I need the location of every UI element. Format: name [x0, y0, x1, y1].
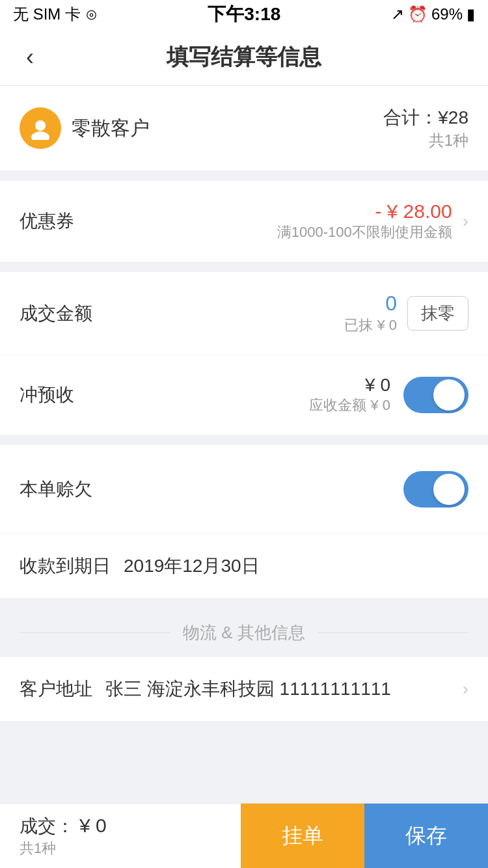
svg-point-1: [31, 131, 49, 140]
bottom-padding: [0, 731, 488, 807]
debt-toggle[interactable]: [403, 471, 468, 508]
customer-total-amount: 合计：¥28: [383, 105, 468, 130]
coupon-row[interactable]: 优惠券 - ¥ 28.00 满1000-100不限制使用金额 ›: [0, 181, 488, 262]
pre-amount-main: ¥ 0: [309, 375, 390, 396]
round-zero-button[interactable]: 抹零: [407, 296, 468, 331]
customer-section: 零散客户 合计：¥28 共1种: [0, 86, 488, 170]
coupon-amount: - ¥ 28.00: [277, 200, 452, 223]
pre-receive-row: 冲预收 ¥ 0 应收金额 ¥ 0: [0, 355, 488, 435]
already-rounded-text: 已抹 ¥ 0: [136, 316, 397, 335]
customer-name: 零散客户: [72, 115, 150, 142]
bottom-summary-count: 共1种: [20, 839, 221, 858]
hang-button[interactable]: 挂单: [241, 804, 364, 868]
coupon-right: - ¥ 28.00 满1000-100不限制使用金额 ›: [277, 200, 468, 242]
bottom-summary-title: 成交：: [20, 814, 74, 839]
transaction-amount-row: 成交金额 已抹 ¥ 0 抹零: [0, 272, 488, 355]
battery-icon: ▮: [467, 5, 475, 23]
bottom-summary-amount: ¥ 0: [79, 815, 107, 837]
status-bar-left: 无 SIM 卡 ⊙: [13, 4, 98, 25]
sim-status: 无 SIM 卡 ⊙: [13, 4, 98, 25]
pre-receive-toggle[interactable]: [403, 377, 468, 413]
status-bar-time: 下午3:18: [208, 2, 280, 27]
save-button[interactable]: 保存: [364, 804, 488, 868]
due-date-value: 2019年12月30日: [124, 554, 260, 578]
logistics-label: 物流 & 其他信息: [183, 621, 305, 644]
due-date-label: 收款到期日: [20, 554, 111, 578]
divider-line-left: [20, 632, 170, 633]
address-section[interactable]: 客户地址 张三 海淀永丰科技园 11111111111 ›: [0, 657, 488, 721]
battery-text: 69%: [431, 5, 463, 23]
pre-receive-amounts: ¥ 0 应收金额 ¥ 0: [309, 375, 390, 415]
address-row[interactable]: 客户地址 张三 海淀永丰科技园 11111111111 ›: [0, 657, 488, 721]
address-value: 张三 海淀永丰科技园 11111111111: [105, 677, 463, 701]
bottom-bar: 成交： ¥ 0 共1种 挂单 保存: [0, 803, 488, 868]
status-bar-right: ↗ ⏰ 69% ▮: [391, 5, 475, 23]
customer-count: 共1种: [383, 130, 468, 151]
pre-receive-right: ¥ 0 应收金额 ¥ 0: [309, 375, 468, 415]
back-button[interactable]: ‹: [20, 37, 40, 77]
coupon-info: - ¥ 28.00 满1000-100不限制使用金额: [277, 200, 452, 242]
svg-point-0: [35, 120, 46, 131]
pre-amount-sub: 应收金额 ¥ 0: [309, 396, 390, 415]
divider-line-right: [318, 632, 468, 633]
debt-label: 本单赊欠: [20, 477, 92, 502]
due-date-row[interactable]: 收款到期日 2019年12月30日: [0, 534, 488, 598]
transaction-label: 成交金额: [20, 301, 92, 326]
transaction-section: 成交金额 已抹 ¥ 0 抹零 冲预收 ¥ 0 应收金额 ¥ 0: [0, 272, 488, 435]
bottom-summary: 成交： ¥ 0 共1种: [0, 804, 241, 868]
nav-bar: ‹ 填写结算等信息: [0, 29, 488, 86]
customer-row: 零散客户 合计：¥28 共1种: [0, 86, 488, 170]
debt-section: 本单赊欠 收款到期日 2019年12月30日: [0, 445, 488, 598]
transaction-amount-input[interactable]: [136, 292, 397, 316]
coupon-section[interactable]: 优惠券 - ¥ 28.00 满1000-100不限制使用金额 ›: [0, 181, 488, 262]
page-title: 填写结算等信息: [167, 42, 321, 72]
debt-row: 本单赊欠: [0, 445, 488, 534]
coupon-desc: 满1000-100不限制使用金额: [277, 223, 452, 242]
transaction-right: 已抹 ¥ 0 抹零: [136, 292, 468, 335]
transaction-values: 已抹 ¥ 0: [136, 292, 397, 335]
chevron-right-icon: ›: [463, 211, 468, 232]
customer-info: 零散客户: [20, 107, 150, 149]
logistics-divider: 物流 & 其他信息: [0, 608, 488, 657]
avatar: [20, 107, 61, 149]
pre-receive-label: 冲预收: [20, 383, 74, 407]
address-chevron-icon: ›: [463, 679, 468, 699]
location-icon: ↗: [391, 5, 404, 23]
status-bar: 无 SIM 卡 ⊙ 下午3:18 ↗ ⏰ 69% ▮: [0, 0, 488, 29]
alarm-icon: ⏰: [408, 5, 427, 23]
customer-totals: 合计：¥28 共1种: [383, 105, 468, 151]
coupon-label: 优惠券: [20, 209, 74, 234]
address-label: 客户地址: [20, 677, 92, 701]
